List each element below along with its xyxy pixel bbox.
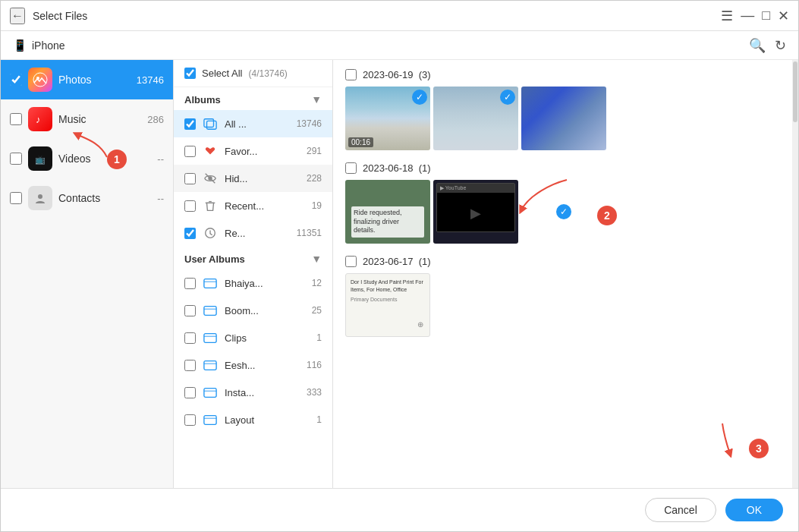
annotation-3: 3 [749, 439, 769, 458]
menu-button[interactable]: ☰ [721, 8, 733, 24]
titlebar-left: ← Select Files [10, 8, 87, 24]
date-section-1: 2023-06-19 (3) ✓ 00:16 ✓ [345, 66, 780, 150]
album-recently-deleted-checkbox[interactable] [184, 200, 196, 212]
sidebar-music-count: 286 [147, 114, 164, 125]
ok-button[interactable]: OK [725, 499, 783, 521]
album-favorites-checkbox[interactable] [184, 146, 196, 157]
album-all-name: All ... [225, 118, 291, 130]
album-eesh-count: 116 [307, 360, 322, 370]
annotation-2: 2 [597, 206, 617, 225]
album-clips-icon [202, 329, 219, 346]
album-bhaiya-name: Bhaiya... [225, 278, 306, 289]
photo-item-3[interactable] [521, 87, 606, 150]
close-button[interactable]: ✕ [778, 8, 789, 24]
music-checkbox[interactable] [10, 113, 22, 125]
svg-rect-16 [204, 416, 216, 425]
album-item-insta[interactable]: Insta... 333 [174, 379, 332, 406]
videos-checkbox[interactable] [10, 153, 22, 165]
album-item-all[interactable]: All ... 13746 [174, 110, 332, 137]
svg-rect-5 [204, 119, 214, 127]
album-item-boom[interactable]: Boom... 25 [174, 297, 332, 324]
sidebar-item-music[interactable]: ♪ Music 286 [1, 99, 173, 139]
album-boom-icon [202, 302, 219, 319]
select-all-count: (4/13746) [248, 68, 287, 79]
maximize-button[interactable]: □ [762, 8, 770, 24]
svg-rect-11 [204, 279, 216, 288]
album-item-bhaiya[interactable]: Bhaiya... 12 [174, 269, 332, 297]
bottom-bar: Cancel OK [1, 488, 798, 531]
album-hidden-icon [202, 170, 219, 187]
sidebar-item-contacts[interactable]: Contacts -- [1, 178, 173, 218]
photo-item-4[interactable]: Ride requested, finalizing driver detail… [345, 180, 430, 244]
photo-grid-2: Ride requested, finalizing driver detail… [345, 180, 780, 244]
album-item-clips[interactable]: Clips 1 [174, 324, 332, 351]
search-button[interactable]: 🔍 [749, 37, 766, 54]
album-boom-checkbox[interactable] [184, 305, 196, 316]
album-layout-count: 1 [316, 414, 322, 425]
album-insta-icon [202, 384, 219, 401]
album-all-checkbox[interactable] [184, 118, 196, 130]
photo-item-2[interactable]: ✓ [433, 87, 518, 150]
music-icon: ♪ [28, 107, 52, 131]
album-item-favorites[interactable]: Favor... 291 [174, 137, 332, 165]
sidebar-item-photos[interactable]: Photos 13746 [1, 60, 173, 99]
date-3-checkbox[interactable] [345, 256, 357, 267]
album-bhaiya-checkbox[interactable] [184, 278, 196, 289]
photo-item-5[interactable]: ▶ YouTube ▶ [433, 180, 518, 244]
album-eesh-name: Eesh... [225, 360, 300, 371]
album-item-hidden[interactable]: Hid... 228 [174, 165, 332, 192]
album-layout-checkbox[interactable] [184, 414, 196, 426]
scrollbar[interactable] [792, 60, 798, 488]
album-clips-checkbox[interactable] [184, 332, 196, 344]
user-albums-section-header[interactable]: User Albums ▼ [174, 247, 332, 269]
titlebar-title: Select Files [33, 10, 87, 22]
device-bar: 📱 iPhone 🔍 ↻ [1, 31, 798, 60]
refresh-button[interactable]: ↻ [775, 37, 786, 54]
photos-checkbox[interactable] [10, 74, 22, 86]
titlebar: ← Select Files ☰ — □ ✕ [1, 1, 798, 31]
album-item-eesh[interactable]: Eesh... 116 [174, 351, 332, 379]
album-item-recently-deleted[interactable]: Recent... 19 [174, 192, 332, 219]
album-hidden-checkbox[interactable] [184, 173, 196, 184]
date-1-checkbox[interactable] [345, 69, 357, 80]
select-all-row[interactable]: Select All (4/13746) [174, 60, 332, 87]
album-item-layout[interactable]: Layout 1 [174, 406, 332, 433]
album-favorites-name: Favor... [225, 146, 300, 157]
date-header-3[interactable]: 2023-06-17 (1) [345, 253, 780, 273]
album-item-recents[interactable]: Re... 11351 [174, 219, 332, 247]
date-header-1[interactable]: 2023-06-19 (3) [345, 66, 780, 87]
sidebar-item-videos[interactable]: 📺 Videos -- [1, 139, 173, 178]
albums-section-header[interactable]: Albums ▼ [174, 87, 332, 110]
minimize-button[interactable]: — [741, 8, 754, 24]
album-insta-count: 333 [307, 387, 322, 398]
album-hidden-name: Hid... [225, 173, 300, 184]
back-button[interactable]: ← [10, 8, 25, 24]
select-all-label: Select All [202, 68, 242, 79]
sidebar-music-label: Music [58, 113, 141, 125]
album-bhaiya-count: 12 [312, 278, 322, 288]
date-header-2[interactable]: 2023-06-18 (1) [345, 159, 780, 180]
album-layout-icon [202, 411, 219, 428]
annotation-1: 1 [107, 150, 127, 169]
device-name: iPhone [32, 39, 65, 52]
sidebar-photos-label: Photos [58, 74, 131, 86]
photo-item-1[interactable]: ✓ 00:16 [345, 87, 430, 150]
cancel-button[interactable]: Cancel [645, 498, 716, 522]
date-2-checkbox[interactable] [345, 162, 357, 174]
album-favorites-count: 291 [307, 146, 322, 156]
select-all-checkbox[interactable] [184, 68, 196, 79]
album-all-count: 13746 [297, 118, 322, 129]
photo-item-6[interactable]: Dor I Study And Paint Print For Items, F… [345, 273, 430, 337]
photos-icon [28, 68, 52, 92]
photo-check-2: ✓ [500, 90, 515, 105]
album-recents-checkbox[interactable] [184, 228, 196, 239]
scrollbar-thumb[interactable] [793, 61, 797, 122]
date-3-label: 2023-06-17 (1) [363, 256, 431, 267]
album-layout-name: Layout [225, 414, 310, 426]
album-eesh-checkbox[interactable] [184, 360, 196, 371]
album-insta-checkbox[interactable] [184, 387, 196, 398]
album-boom-count: 25 [312, 305, 322, 316]
svg-rect-6 [207, 121, 217, 129]
contacts-checkbox[interactable] [10, 192, 22, 204]
sidebar: Photos 13746 ♪ Music 286 📺 Videos -- [1, 60, 174, 488]
